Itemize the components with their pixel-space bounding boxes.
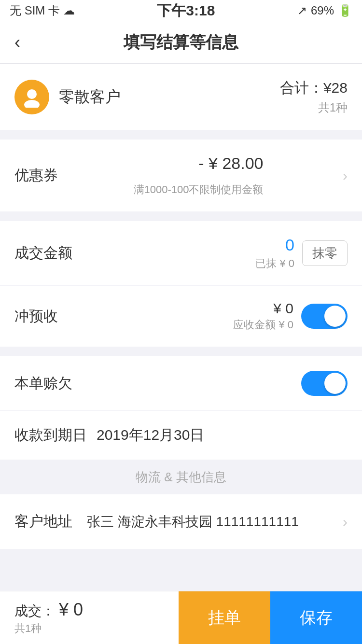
pre-collect-row: 冲预收 ¥ 0 应收金额 ¥ 0 [0,286,362,347]
pre-collect-toggle[interactable] [301,304,348,329]
transaction-amount-right: 0 已抹 ¥ 0 抹零 [255,236,348,271]
pre-collect-amount: ¥ 0 [233,300,293,317]
customer-name: 零散客户 [59,86,121,108]
page-title: 填写结算等信息 [124,31,238,54]
pre-collect-label: 冲预收 [14,307,58,326]
sim-signal-text: 无 SIM 卡 ☁ [10,3,75,18]
battery-icon: 🔋 [338,4,352,17]
status-bar-right: ↗ 69% 🔋 [297,4,352,17]
bottom-summary-label: 成交： [14,602,55,620]
transaction-section: 成交金额 0 已抹 ¥ 0 抹零 冲预收 ¥ 0 应收金额 ¥ 0 [0,221,362,347]
due-date-label: 收款到期日 [14,425,87,445]
address-value: 张三 海淀永丰科技园 11111111111 [87,513,339,531]
location-icon: ↗ [297,4,307,17]
pre-collect-receivable: 应收金额 ¥ 0 [233,318,293,332]
coupon-row[interactable]: 优惠券 - ¥ 28.00 满1000-100不限制使用金额 › [0,140,362,211]
coupon-amount: - ¥ 28.00 [198,154,263,173]
credit-label: 本单赊欠 [14,374,72,393]
divider-2 [0,211,362,221]
address-row[interactable]: 客户地址 张三 海淀永丰科技园 11111111111 › [0,494,362,549]
bottom-summary-amount: ¥ 0 [59,600,83,620]
coupon-section: 优惠券 - ¥ 28.00 满1000-100不限制使用金额 › [0,140,362,211]
coupon-right: - ¥ 28.00 满1000-100不限制使用金额 [134,154,264,197]
pre-collect-right: ¥ 0 应收金额 ¥ 0 [233,300,348,332]
credit-section: 本单赊欠 收款到期日 2019年12月30日 [0,356,362,460]
back-button[interactable]: ‹ [14,32,20,53]
credit-row: 本单赊欠 [0,356,362,410]
customer-total: 合计：¥28 [280,78,348,98]
customer-section: 零散客户 合计：¥28 共1种 [0,64,362,130]
status-bar: 无 SIM 卡 ☁ 下午3:18 ↗ 69% 🔋 [0,0,362,21]
due-date-row: 收款到期日 2019年12月30日 [0,410,362,460]
coupon-label: 优惠券 [14,166,58,185]
transaction-amount-row: 成交金额 0 已抹 ¥ 0 抹零 [0,221,362,286]
svg-point-1 [24,100,40,108]
nav-bar: ‹ 填写结算等信息 [0,21,362,64]
due-date-value: 2019年12月30日 [97,425,204,445]
customer-info-left: 零散客户 [14,80,121,114]
amount-value[interactable]: 0 [285,236,294,254]
logistics-header: 物流 & 其他信息 [0,460,362,494]
customer-info-right: 合计：¥28 共1种 [280,78,348,115]
chevron-right-icon: › [343,168,348,184]
status-bar-left: 无 SIM 卡 ☁ [10,3,75,18]
avatar [14,80,49,114]
pending-button[interactable]: 挂单 [179,591,270,644]
address-chevron-icon: › [343,514,348,530]
bottom-bar: 成交： ¥ 0 共1种 挂单 保存 [0,591,362,644]
battery-text: 69% [311,4,334,17]
customer-count: 共1种 [280,100,348,115]
bottom-summary: 成交： ¥ 0 共1种 [0,600,179,636]
divider-3 [0,347,362,356]
status-bar-time: 下午3:18 [157,1,215,21]
amount-display: 0 已抹 ¥ 0 [255,236,294,271]
amount-sub: 已抹 ¥ 0 [255,256,294,271]
logistics-header-text: 物流 & 其他信息 [136,469,226,486]
credit-toggle[interactable] [301,371,348,396]
round-off-button[interactable]: 抹零 [302,240,348,266]
address-label: 客户地址 [14,512,72,532]
divider-1 [0,130,362,140]
svg-point-0 [27,89,37,99]
pre-collect-values: ¥ 0 应收金额 ¥ 0 [233,300,293,332]
coupon-desc: 满1000-100不限制使用金额 [134,182,264,197]
bottom-summary-count: 共1种 [14,621,164,636]
transaction-amount-label: 成交金额 [14,243,72,263]
save-button[interactable]: 保存 [270,591,362,644]
